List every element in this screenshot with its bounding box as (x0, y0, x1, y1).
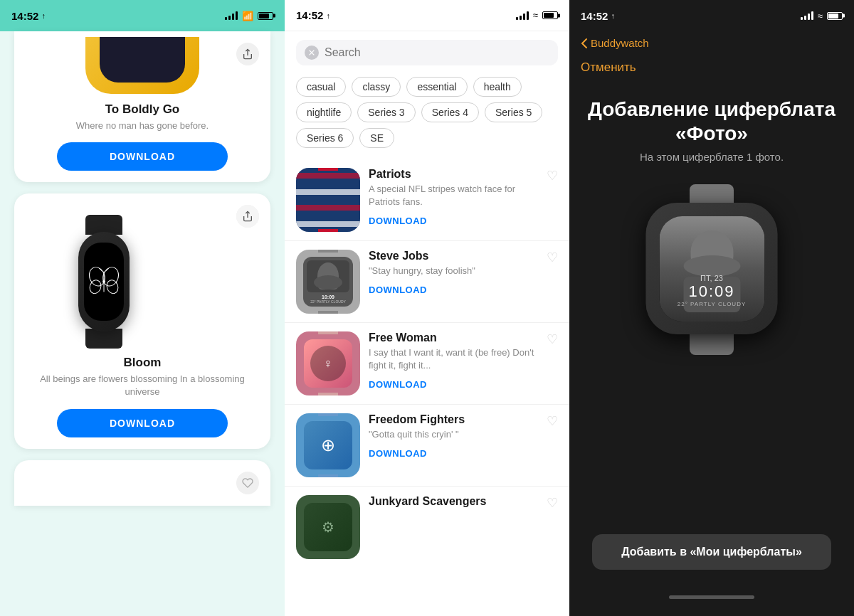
card1-title: To Boldly Go (105, 102, 180, 117)
watch-card-bloom: Bloom All beings are flowers blossoming … (14, 193, 270, 448)
steve-jobs-download-button[interactable]: DOWNLOAD (369, 285, 427, 295)
free-woman-name: Free Woman (369, 331, 538, 344)
watch-time-display: 10:09 (659, 282, 764, 301)
cancel-button[interactable]: Отменить (569, 52, 854, 83)
wifi-icon-2: ≈ (533, 10, 538, 21)
filter-chip-series6[interactable]: Series 6 (296, 128, 354, 148)
time-display-3: 14:52 (581, 10, 608, 22)
list-item: ⚙ Junkyard Scavengers ♡ (285, 487, 569, 568)
download-button-2[interactable]: DOWNLOAD (57, 409, 228, 437)
share-button-1[interactable] (236, 43, 259, 65)
signal-icon-1 (225, 11, 238, 20)
svg-point-2 (100, 265, 121, 288)
back-button[interactable]: Buddywatch (591, 37, 649, 49)
watch-preview: ПТ, 23 10:09 22° PARTLY CLOUDY (633, 184, 790, 355)
patriots-name: Patriots (369, 168, 538, 181)
list-item: ♀ Free Woman I say that I want it, want … (285, 323, 569, 405)
location-icon-1: ↑ (41, 11, 46, 20)
panel-watch-faces: 14:52 ↑ 📶 (0, 0, 285, 616)
wifi-icon-3: ≈ (818, 11, 823, 21)
watch-card-boldly-go: To Boldly Go Where no man has gone befor… (14, 31, 270, 182)
steve-jobs-name: Steve Jobs (369, 250, 538, 262)
patriots-desc: A special NFL stripes watch face for Pat… (369, 183, 538, 208)
watch-body: ПТ, 23 10:09 22° PARTLY CLOUDY (646, 203, 778, 334)
add-face-subtitle: На этом циферблате 1 фото. (640, 151, 784, 163)
svg-point-6 (102, 280, 105, 283)
status-bar-2: 14:52 ↑ ≈ (285, 0, 569, 31)
freedom-fighters-download-button[interactable]: DOWNLOAD (369, 448, 427, 459)
patriots-favorite-icon[interactable]: ♡ (547, 168, 558, 184)
location-icon-3: ↑ (611, 11, 615, 20)
junkyard-favorite-icon[interactable]: ♡ (547, 495, 558, 511)
freedom-fighters-desc: "Gotta quit this cryin' " (369, 428, 538, 441)
steve-jobs-favorite-icon[interactable]: ♡ (547, 250, 558, 265)
list-item: Patriots A special NFL stripes watch fac… (285, 159, 569, 241)
svg-point-4 (105, 279, 120, 295)
junkyard-name: Junkyard Scavengers (369, 495, 538, 508)
watch-band-bottom (690, 334, 734, 355)
card1-desc: Where no man has gone before. (76, 120, 209, 132)
freedom-fighters-favorite-icon[interactable]: ♡ (547, 413, 558, 429)
add-face-content: Добавление циферблата «Фото» На этом циф… (569, 83, 854, 520)
free-woman-favorite-icon[interactable]: ♡ (547, 331, 558, 347)
filter-chip-se[interactable]: SE (359, 128, 394, 148)
panel-search: 14:52 ↑ ≈ casual (285, 0, 569, 616)
download-button-1[interactable]: DOWNLOAD (57, 142, 228, 171)
watch-face: ПТ, 23 10:09 22° PARTLY CLOUDY (659, 216, 764, 322)
status-icons-2: ≈ (516, 10, 558, 21)
butterfly-design (87, 265, 121, 299)
filter-chip-classy[interactable]: classy (352, 77, 401, 97)
favorite-button-partial[interactable] (236, 472, 259, 494)
free-woman-info: Free Woman I say that I want it, want it… (369, 331, 538, 391)
junkyard-watch-image: ⚙ (296, 495, 360, 559)
patriots-info: Patriots A special NFL stripes watch fac… (369, 168, 538, 227)
battery-icon-3 (827, 12, 843, 20)
watch-list: Patriots A special NFL stripes watch fac… (285, 154, 569, 616)
freedom-fighters-info: Freedom Fighters "Gotta quit this cryin'… (369, 413, 538, 460)
list-item: ⊕ Freedom Fighters "Gotta quit this cryi… (285, 405, 569, 487)
steve-jobs-watch-image: 10:09 22° PARTLY CLOUDY (296, 250, 360, 314)
free-woman-download-button[interactable]: DOWNLOAD (369, 379, 427, 390)
back-navigation: Buddywatch (569, 31, 854, 52)
junkyard-info: Junkyard Scavengers (369, 495, 538, 514)
status-bar-3: 14:52 ↑ ≈ (569, 0, 854, 31)
wifi-icon-1: 📶 (242, 11, 253, 21)
time-display-1: 14:52 (11, 10, 38, 22)
card2-desc: All beings are flowers blossoming In a b… (26, 373, 259, 398)
panel3-bottom: Добавить в «Мои циферблаты» (569, 520, 854, 616)
status-bar-1: 14:52 ↑ 📶 (0, 0, 285, 31)
share-button-bloom[interactable] (236, 205, 259, 228)
freedom-fighters-watch-image: ⊕ (296, 413, 360, 477)
close-search-button[interactable] (305, 46, 319, 60)
list-item: 10:09 22° PARTLY CLOUDY Steve Jobs "Stay… (285, 241, 569, 323)
filter-chip-series3[interactable]: Series 3 (357, 102, 415, 122)
filter-chip-health[interactable]: health (473, 77, 522, 97)
location-icon-2: ↑ (326, 11, 330, 20)
card2-title: Bloom (124, 356, 162, 370)
steve-jobs-desc: "Stay hungry, stay foolish" (369, 265, 538, 277)
filter-chip-casual[interactable]: casual (296, 77, 346, 97)
free-woman-desc: I say that I want it, want it (be free) … (369, 346, 538, 372)
add-to-faces-button[interactable]: Добавить в «Мои циферблаты» (592, 534, 831, 570)
panel-add-face: 14:52 ↑ ≈ Buddywatch Отменить Добавление (569, 0, 854, 616)
watch-weather-display: 22° PARTLY CLOUDY (659, 301, 764, 307)
patriots-watch-image (296, 168, 360, 232)
svg-point-3 (88, 279, 102, 295)
filter-chip-nightlife[interactable]: nightlife (296, 102, 352, 122)
steve-jobs-info: Steve Jobs "Stay hungry, stay foolish" D… (369, 250, 538, 296)
search-bar[interactable] (296, 40, 558, 65)
add-face-title: Добавление циферблата «Фото» (584, 97, 840, 145)
home-indicator (669, 595, 754, 599)
patriots-download-button[interactable]: DOWNLOAD (369, 216, 427, 226)
filter-chip-series5[interactable]: Series 5 (485, 102, 542, 122)
battery-icon-1 (258, 12, 273, 20)
battery-icon-2 (542, 11, 558, 19)
signal-icon-3 (801, 11, 813, 20)
free-woman-watch-image: ♀ (296, 331, 360, 395)
freedom-fighters-name: Freedom Fighters (369, 413, 538, 426)
svg-point-1 (87, 265, 107, 288)
filter-chip-essential[interactable]: essential (406, 77, 467, 97)
filter-chip-series4[interactable]: Series 4 (421, 102, 479, 122)
search-input[interactable] (325, 46, 549, 59)
watch-date-display: ПТ, 23 (659, 274, 764, 282)
